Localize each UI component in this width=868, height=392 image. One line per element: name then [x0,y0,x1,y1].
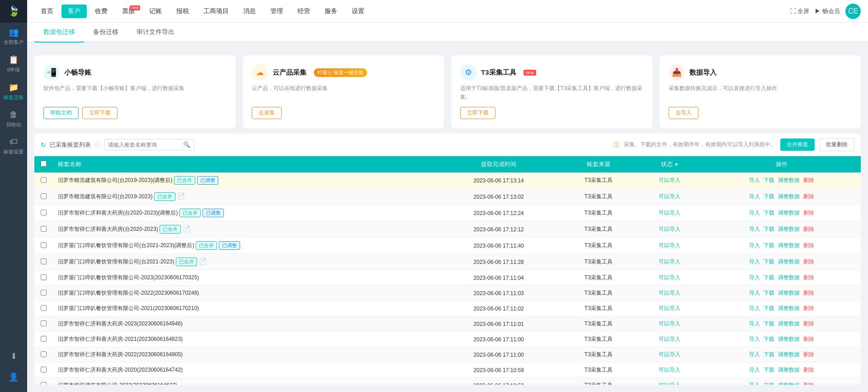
import-link[interactable]: 导入 [749,382,760,385]
sidebar-item-tag-settings[interactable]: 🏷 标签设置 [0,133,27,160]
refresh-icon[interactable]: ↻ [41,141,46,148]
row-checkbox[interactable] [41,193,47,199]
adjust-link[interactable]: 调整数据 [778,177,800,183]
nav-service[interactable]: 服务 [318,5,344,18]
download-link[interactable]: 下载 [764,226,774,232]
delete-link[interactable]: 删除 [803,367,814,373]
import-link[interactable]: 导入 [749,320,760,327]
adjust-link[interactable]: 调整数据 [778,210,800,216]
nav-management[interactable]: 管理 [264,5,289,18]
import-link[interactable]: 导入 [749,351,760,358]
download-link[interactable]: 下载 [764,258,774,265]
nav-client[interactable]: 客户 [61,5,87,18]
vip-button[interactable]: ▶ 畅会员 [815,7,840,15]
download-now-button[interactable]: 立即下载 [82,107,118,119]
adjust-link[interactable]: 调整数据 [778,382,800,385]
download-link[interactable]: 下载 [764,351,774,358]
sidebar-item-trash[interactable]: 🗑 回收站 [0,105,27,133]
row-checkbox[interactable] [41,367,47,373]
row-checkbox[interactable] [41,242,47,248]
download-t3-button[interactable]: 立即下载 [460,107,495,119]
row-checkbox[interactable] [41,305,47,311]
delete-link[interactable]: 删除 [803,336,814,342]
nav-invoice[interactable]: 票据 new [116,5,141,18]
merge-button[interactable]: 合并账套 [780,139,815,151]
import-link[interactable]: 导入 [749,210,760,216]
download-link[interactable]: 下载 [764,336,774,342]
search-icon[interactable]: 🔍 [183,141,190,148]
import-link[interactable]: 导入 [749,336,760,342]
nav-operation[interactable]: 经营 [291,5,316,18]
user-avatar[interactable]: CE [845,4,861,19]
import-link[interactable]: 导入 [749,290,760,296]
row-checkbox[interactable] [41,290,47,296]
download-link[interactable]: 下载 [764,367,774,373]
row-checkbox[interactable] [41,320,47,326]
download-link[interactable]: 下载 [764,210,774,216]
delete-link[interactable]: 删除 [803,226,814,232]
download-link[interactable]: 下载 [764,382,774,385]
sidebar-item-download[interactable]: ⬇ [9,347,19,366]
nav-bookkeeping[interactable]: 记账 [143,5,168,18]
download-link[interactable]: 下载 [764,274,774,281]
delete-link[interactable]: 删除 [803,274,814,281]
delete-link[interactable]: 删除 [803,351,814,358]
sidebar-item-account-migrate[interactable]: 📁 账套迁移 [0,78,27,105]
row-checkbox[interactable] [41,177,47,183]
download-link[interactable]: 下载 [764,193,774,200]
delete-link[interactable]: 删除 [803,290,814,296]
download-link[interactable]: 下载 [764,305,774,311]
nav-message[interactable]: 消息 [237,5,262,18]
import-link[interactable]: 导入 [749,305,760,311]
download-link[interactable]: 下载 [764,320,774,327]
sidebar-item-report[interactable]: 📋 0申报 [0,50,27,78]
import-link[interactable]: 导入 [749,258,760,265]
delete-link[interactable]: 删除 [803,258,814,265]
nav-biz-project[interactable]: 工商项目 [197,5,235,18]
import-link[interactable]: 导入 [749,242,760,249]
nav-tax[interactable]: 报税 [170,5,195,18]
row-checkbox[interactable] [41,274,47,280]
adjust-link[interactable]: 调整数据 [778,367,800,373]
import-link[interactable]: 导入 [749,193,760,200]
delete-link[interactable]: 删除 [803,193,814,200]
row-checkbox[interactable] [41,226,47,232]
batch-delete-button[interactable]: 批量删除 [819,138,854,151]
nav-home[interactable]: 首页 [34,5,60,18]
row-checkbox[interactable] [41,351,47,357]
delete-link[interactable]: 删除 [803,242,814,249]
row-checkbox[interactable] [41,382,47,385]
nav-billing[interactable]: 收费 [89,5,114,18]
search-input[interactable] [108,142,180,148]
go-collect-button[interactable]: 去采集 [252,107,282,119]
import-link[interactable]: 导入 [749,177,760,183]
file-icon[interactable]: 📄 [197,258,207,265]
nav-settings[interactable]: 设置 [345,5,371,18]
download-link[interactable]: 下载 [764,177,774,183]
tab-backup-migrate[interactable]: 备份迁移 [84,23,127,43]
sidebar-item-all-clients[interactable]: 👥 全部客户 [0,23,27,50]
go-import-button[interactable]: 去导入 [669,107,698,119]
import-link[interactable]: 导入 [749,226,760,232]
fullscreen-button[interactable]: ⛶ 全屏 [790,7,810,15]
adjust-link[interactable]: 调整数据 [778,193,800,200]
row-checkbox[interactable] [41,336,47,342]
tab-audit-export[interactable]: 审计文件导出 [127,23,184,43]
download-link[interactable]: 下载 [764,242,774,249]
delete-link[interactable]: 删除 [803,210,814,216]
adjust-link[interactable]: 调整数据 [778,290,800,296]
download-link[interactable]: 下载 [764,290,774,296]
import-link[interactable]: 导入 [749,274,760,281]
adjust-link[interactable]: 调整数据 [778,226,800,232]
help-doc-button[interactable]: 帮助文档 [43,107,79,119]
file-icon[interactable]: 📄 [175,192,185,200]
adjust-link[interactable]: 调整数据 [778,274,800,281]
sidebar-item-user-profile[interactable]: 👤 [9,368,19,387]
select-all-checkbox[interactable] [41,161,47,167]
row-checkbox[interactable] [41,210,47,215]
file-icon[interactable]: 📄 [181,225,190,232]
adjust-link[interactable]: 调整数据 [778,320,800,327]
delete-link[interactable]: 删除 [803,305,814,311]
tab-data-package-migrate[interactable]: 数据包迁移 [34,23,84,43]
adjust-link[interactable]: 调整数据 [778,351,800,358]
